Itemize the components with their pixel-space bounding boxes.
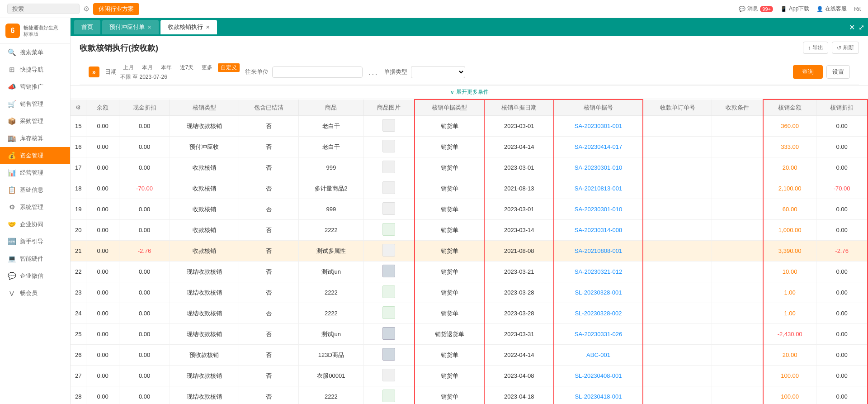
tab-fullscreen-button[interactable]: ⤢ <box>859 23 864 32</box>
sidebar-item-nav[interactable]: ⊞快捷导航 <box>0 61 70 78</box>
sidebar-item-inventory[interactable]: 🏬库存核算 <box>0 130 70 147</box>
cell-verify-type: 预收款核销 <box>170 345 239 366</box>
date-range-text: 不限 至 2023-07-26 <box>120 73 167 81</box>
cell-cancel-bill-no: SA-20230331-026 <box>554 324 642 345</box>
filter-expand-button[interactable]: » <box>89 67 99 77</box>
date-last-month[interactable]: 上月 <box>120 63 137 72</box>
goods-thumb <box>382 223 395 236</box>
cell-receipt-condition <box>712 282 763 303</box>
unit-input[interactable] <box>272 67 363 78</box>
th-settings[interactable]: ⚙ <box>71 100 86 116</box>
cancel-bill-no-link[interactable]: SL-20230408-001 <box>575 372 622 379</box>
sidebar-item-operations[interactable]: 📊经营管理 <box>0 164 70 181</box>
bill-type-filter-group: 单据类型 <box>384 66 465 78</box>
export-icon: ↑ <box>808 45 811 51</box>
cancel-bill-no-link[interactable]: SA-20230321-012 <box>575 268 623 275</box>
cell-no: 22 <box>71 261 86 282</box>
cell-cancel-discount: -2.76 <box>816 241 868 261</box>
sidebar-item-hardware[interactable]: 💻智能硬件 <box>0 250 70 267</box>
setting-button[interactable]: 设置 <box>826 65 850 79</box>
table-row: 19 0.00 0.00 收款核销 否 999 销货单 2023-03-01 S… <box>71 199 868 220</box>
date-more[interactable]: 更多 <box>199 63 215 72</box>
sidebar-item-guide[interactable]: 🆕新手引导 <box>0 233 70 250</box>
cell-goods-image <box>363 199 415 220</box>
tab-prepay[interactable]: 预付冲应付单 ✕ <box>102 20 159 34</box>
cancel-bill-no-link[interactable]: SA-20230314-008 <box>575 227 623 233</box>
sidebar-item-sales[interactable]: 🛒销售管理 <box>0 95 70 113</box>
date-7days[interactable]: 近7天 <box>177 63 197 72</box>
cell-cancel-bill-no: SL-20230418-001 <box>554 386 642 404</box>
cell-cancel-discount: 0.00 <box>816 220 868 241</box>
date-this-year[interactable]: 本年 <box>158 63 175 72</box>
cell-receipt-order-no <box>643 220 712 241</box>
tab-home[interactable]: 首页 <box>74 20 100 34</box>
cell-goods-image <box>363 345 415 366</box>
inventory-icon: 🏬 <box>7 134 16 143</box>
cell-cancel-bill-date: 2022-04-14 <box>484 345 554 366</box>
bill-type-select[interactable] <box>411 66 465 78</box>
tab-close-receipt[interactable]: ✕ <box>206 24 210 30</box>
sidebar-item-corp[interactable]: 🤝企业协同 <box>0 216 70 233</box>
export-button[interactable]: ↑ 导出 <box>803 42 828 54</box>
cancel-bill-no-link[interactable]: SA-20230301-010 <box>575 164 623 171</box>
user-item[interactable]: Rit <box>854 6 861 12</box>
cell-cancel-amount: -2,430.00 <box>763 324 816 345</box>
tab-close-all-button[interactable]: ✕ <box>849 23 855 32</box>
unit-label: 往来单位 <box>245 68 269 76</box>
cancel-bill-no-link[interactable]: SL-20230328-001 <box>575 289 622 296</box>
cell-balance: 0.00 <box>86 366 119 386</box>
sidebar-item-member[interactable]: V畅会员 <box>0 285 70 302</box>
sidebar-item-purchase[interactable]: 📦采购管理 <box>0 113 70 130</box>
cancel-bill-no-link[interactable]: SA-20230331-026 <box>575 331 623 337</box>
goods-thumb <box>382 348 395 361</box>
cell-verify-type: 预付冲应收 <box>170 137 239 157</box>
sidebar-item-basic[interactable]: 📋基础信息 <box>0 181 70 199</box>
cell-cancel-bill-no: SA-20230301-010 <box>554 157 642 178</box>
gear-icon[interactable]: ⚙ <box>83 5 90 13</box>
search-input[interactable] <box>7 4 80 14</box>
cell-balance: 0.00 <box>86 116 119 137</box>
goods-thumb <box>382 390 395 402</box>
cell-cash-discount: 0.00 <box>119 220 170 241</box>
messages-item[interactable]: 💬 消息 99+ <box>739 5 773 13</box>
cell-cancel-amount: 1,000.00 <box>763 220 816 241</box>
cell-verify-type: 现结收款核销 <box>170 303 239 324</box>
cancel-bill-no-link[interactable]: SA-20230301-010 <box>575 206 623 213</box>
table-row: 20 0.00 0.00 收款核销 否 2222 销货单 2023-03-14 … <box>71 220 868 241</box>
industry-button[interactable]: 休闲行业方案 <box>93 3 139 15</box>
app-download-item[interactable]: 📱 App下载 <box>780 5 809 13</box>
sidebar-item-marketing[interactable]: 📣营销推广 <box>0 78 70 95</box>
sidebar-item-finance[interactable]: 💰资金管理 <box>0 147 70 164</box>
cancel-bill-no-link[interactable]: SA-20210813-001 <box>575 185 623 192</box>
cell-cancel-bill-date: 2023-03-31 <box>484 324 554 345</box>
cell-included-settled: 否 <box>239 137 298 157</box>
tab-actions: ✕ ⤢ <box>849 23 864 32</box>
cell-cancel-bill-date: 2023-03-28 <box>484 282 554 303</box>
tab-close-prepay[interactable]: ✕ <box>147 24 151 30</box>
service-item[interactable]: 👤 在线客服 <box>816 5 847 13</box>
cell-receipt-condition <box>712 324 763 345</box>
cancel-bill-no-link[interactable]: SL-20230328-002 <box>575 310 622 317</box>
cell-verify-type: 现结收款核销 <box>170 324 239 345</box>
query-button[interactable]: 查询 <box>793 65 823 79</box>
expand-more-bar[interactable]: ∨ 展开更多条件 <box>71 86 868 99</box>
cell-included-settled: 否 <box>239 366 298 386</box>
cell-receipt-order-no <box>643 199 712 220</box>
date-this-month[interactable]: 本月 <box>139 63 156 72</box>
goods-thumb <box>382 181 395 194</box>
sidebar-item-system[interactable]: ⚙系统管理 <box>0 199 70 216</box>
sidebar-item-wechat[interactable]: 💬企业微信 <box>0 267 70 285</box>
refresh-button[interactable]: ↺ 刷新 <box>832 42 859 54</box>
cancel-bill-no-link[interactable]: ABC-001 <box>586 352 610 358</box>
cell-receipt-condition <box>712 178 763 199</box>
cancel-bill-no-link[interactable]: SA-20210808-001 <box>575 247 623 254</box>
cancel-bill-no-link[interactable]: SL-20230418-001 <box>575 393 622 400</box>
sidebar-item-search[interactable]: 🔍搜索菜单 <box>0 44 70 61</box>
cancel-bill-no-link[interactable]: SA-20230301-001 <box>575 123 623 129</box>
tab-receipt[interactable]: 收款核销执行 ✕ <box>160 20 217 34</box>
goods-thumb <box>382 285 395 298</box>
cell-no: 17 <box>71 157 86 178</box>
cell-no: 27 <box>71 366 86 386</box>
cancel-bill-no-link[interactable]: SA-20230414-017 <box>575 143 623 150</box>
cell-cancel-amount: 360.00 <box>763 116 816 137</box>
